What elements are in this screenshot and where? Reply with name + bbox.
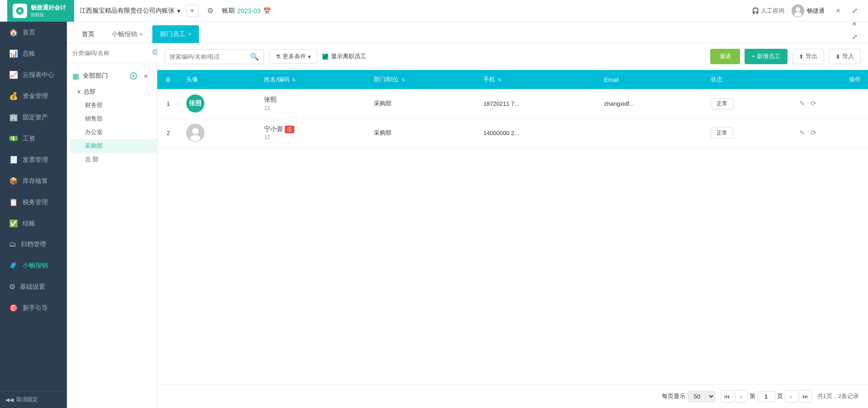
more-icon[interactable]: ⟳ [811, 99, 816, 108]
th-dept[interactable]: 部门/职位 ⇅ [367, 70, 476, 89]
th-settings[interactable]: ⚙ [157, 70, 179, 89]
tab-home[interactable]: 首页 [74, 25, 102, 43]
company-selector[interactable]: 江西服宝精品有限责任公司内账张 ▾ [80, 7, 180, 15]
sidebar-item-reports[interactable]: 📈 云报表中心 [0, 64, 67, 85]
dept-item-headquarters[interactable]: 总 部 [71, 153, 157, 166]
dept-item-sales[interactable]: 销售部 [71, 112, 157, 126]
show-resigned-checkbox-label[interactable]: 显示离职员工 [322, 52, 366, 61]
sidebar-label-settings: 基础设置 [20, 283, 45, 291]
employee-table-container: ⚙ 头像 姓名/编码 ⇅ 部门/职位 ⇅ [157, 70, 868, 384]
sidebar-item-archive[interactable]: 🗂 归档管理 [0, 234, 67, 255]
inventory-icon: 📦 [9, 177, 18, 185]
per-page-select[interactable]: 10 20 50 100 [688, 391, 715, 402]
page-total-info: 共1页，2条记录 [817, 392, 859, 400]
avatar [186, 124, 204, 142]
edit-icon[interactable]: ✎ [799, 99, 805, 108]
more-icon[interactable]: ⟳ [811, 129, 816, 137]
sidebar-item-ledger[interactable]: 📊 总账 [0, 43, 67, 64]
page-number-input[interactable] [757, 391, 775, 402]
filter-icon: ⚗ [275, 53, 281, 60]
sidebar-item-checkout[interactable]: ✅ 结账 [0, 213, 67, 234]
employee-name: 张熙 [264, 96, 359, 104]
first-page-button[interactable]: ⏮ [721, 390, 733, 403]
dept-all-item[interactable]: ▦ 全部部门 « [67, 67, 157, 85]
tab-department-close-icon[interactable]: × [188, 31, 191, 38]
user-avatar [792, 5, 804, 17]
payroll-icon: 💵 [9, 134, 18, 143]
sidebar-label-assets: 固定资产 [23, 113, 48, 122]
employee-search-box: 🔍 [165, 49, 264, 64]
dept-item-finance[interactable]: 财务部 [71, 98, 157, 112]
dept-collapse-button[interactable]: « [141, 70, 151, 81]
search-icon[interactable]: 🔍 [250, 52, 259, 61]
dept-group-header-root[interactable]: ▼ 总部 [71, 85, 157, 98]
sidebar-item-assets[interactable]: 🏢 固定资产 [0, 107, 67, 128]
row-name: 宁小壹应12 [257, 118, 366, 148]
checkout-icon: ✅ [9, 219, 18, 228]
maximize-window-button[interactable]: ⤢ [848, 5, 861, 17]
dept-search-input[interactable] [72, 50, 148, 56]
sidebar-label-reports: 云报表中心 [23, 71, 54, 79]
next-page-button[interactable]: › [785, 390, 797, 403]
funds-icon: 💰 [9, 92, 18, 100]
prev-page-button[interactable]: ‹ [735, 390, 748, 403]
row-name: 张熙11 [257, 89, 366, 118]
sidebar-item-invoices[interactable]: 🧾 发票管理 [0, 149, 67, 170]
filter-button[interactable]: ⚗ 更多条件 ▾ [269, 49, 317, 64]
support-button[interactable]: 🎧 人工咨询 [752, 7, 784, 15]
sidebar-item-tax[interactable]: 📋 税务管理 [0, 192, 67, 213]
tab-close-button[interactable]: × [848, 22, 861, 30]
home-icon: 🏠 [9, 28, 18, 37]
tab-expand-button[interactable]: ⤢ [848, 30, 861, 43]
close-window-button[interactable]: × [832, 5, 844, 17]
show-resigned-checkbox[interactable] [322, 54, 328, 60]
row-index: 2 [157, 118, 179, 148]
sidebar-label-guide: 新手引导 [23, 304, 48, 312]
tab-expense[interactable]: 小畅报销 × [104, 25, 151, 43]
sidebar-item-guide[interactable]: 🎯 新手引导 [0, 297, 67, 319]
last-page-button[interactable]: ⏭ [799, 390, 812, 403]
employee-search-input[interactable] [170, 53, 246, 60]
dept-edit-button[interactable] [128, 70, 139, 81]
tabs-bar: 首页 小畅报销 × 部门员工 × × ⤢ [67, 22, 868, 43]
th-name[interactable]: 姓名/编码 ⇅ [257, 70, 366, 89]
user-area[interactable]: 畅捷通 [792, 5, 825, 17]
sidebar-item-inventory[interactable]: 📦 库存核算 [0, 170, 67, 192]
tab-department-label: 部门员工 [160, 30, 185, 38]
svg-point-8 [190, 135, 200, 141]
header-actions: 🎧 人工咨询 畅捷通 × ⤢ [752, 5, 861, 17]
cancel-fix-button[interactable]: ◀◀ 取消固定 [0, 391, 67, 408]
import-button[interactable]: ⬇ 导入 [829, 49, 861, 64]
sidebar-item-settings[interactable]: ⚙ 基础设置 [0, 276, 67, 297]
sidebar-label-inventory: 库存核算 [23, 177, 48, 185]
employee-code: 12 [264, 134, 359, 141]
dept-item-purchase[interactable]: 采购部 [71, 139, 157, 153]
page-di-label: 第 [750, 392, 755, 400]
top-header: 账 畅捷通好会计 旗舰版 江西服宝精品有限责任公司内账张 ▾ + ⚙ 账期 20… [0, 0, 868, 22]
calendar-icon[interactable]: 📅 [263, 7, 271, 14]
sidebar-item-funds[interactable]: 💰 资金管理 [0, 85, 67, 107]
export-button[interactable]: ⬆ 导出 [792, 49, 824, 64]
invite-button[interactable]: 邀请 [710, 49, 740, 64]
settings-icon[interactable]: ⚙ [204, 5, 217, 17]
add-employee-button[interactable]: + 新增员工 [745, 49, 788, 64]
sidebar-item-home[interactable]: 🏠 首页 [0, 22, 67, 43]
main-layout: 🏠 首页 📊 总账 📈 云报表中心 💰 资金管理 🏢 固定资产 💵 工资 🧾 发… [0, 22, 868, 408]
employee-panel: 🔍 ⚗ 更多条件 ▾ 显示离职员工 邀请 + 新增员工 [157, 43, 868, 408]
expense-icon: 🧳 [9, 261, 18, 270]
th-phone[interactable]: 手机 ⇅ [476, 70, 597, 89]
sidebar-item-payroll[interactable]: 💵 工资 [0, 128, 67, 149]
edit-icon[interactable]: ✎ [799, 129, 805, 137]
sidebar-label-payroll: 工资 [23, 135, 35, 143]
pin-icon: ◀◀ [5, 397, 14, 403]
tab-department[interactable]: 部门员工 × [152, 25, 199, 43]
dept-item-office[interactable]: 办公室 [71, 126, 157, 139]
sidebar-item-expense[interactable]: 🧳 小畅报销 [0, 255, 67, 276]
headset-icon: 🎧 [752, 7, 759, 14]
add-tab-button[interactable]: + [186, 5, 198, 17]
employee-table-body: 1张照张熙11采购部18720211 7...zhangxidf...正常 ✎ … [157, 89, 868, 148]
period-value[interactable]: 2023-03 [237, 7, 260, 14]
tab-expense-close-icon[interactable]: × [140, 31, 143, 38]
sidebar-label-funds: 资金管理 [23, 92, 48, 100]
th-email: Email [597, 70, 703, 89]
